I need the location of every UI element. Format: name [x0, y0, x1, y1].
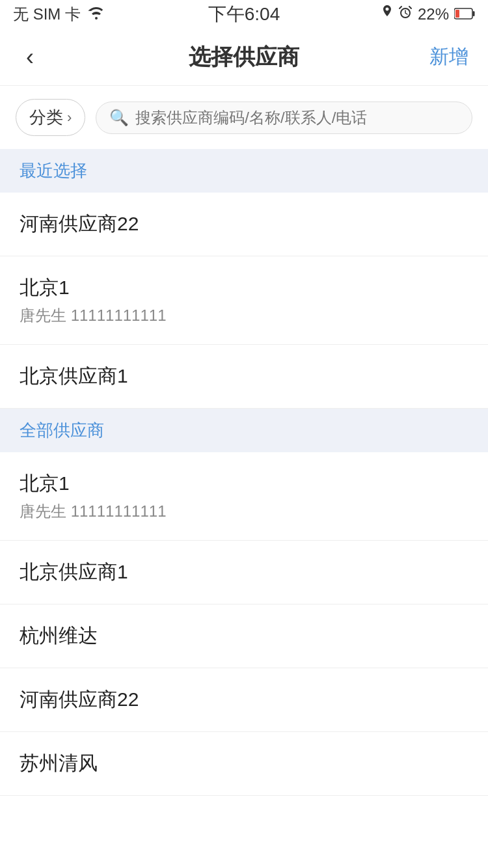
- battery-icon: [454, 5, 475, 23]
- item-name: 河南供应商22: [20, 686, 468, 713]
- recent-section-label: 最近选择: [20, 161, 87, 180]
- nav-bar: ‹ 选择供应商 新增: [0, 29, 488, 86]
- list-item[interactable]: 北京供应商1: [0, 345, 488, 409]
- all-items-list: 北京1 唐先生 11111111111 北京供应商1 杭州维达 河南供应商22 …: [0, 452, 488, 796]
- list-item[interactable]: 北京1 唐先生 11111111111: [0, 256, 488, 345]
- item-name: 河南供应商22: [20, 211, 468, 237]
- back-button[interactable]: ‹: [20, 37, 40, 77]
- category-filter-button[interactable]: 分类 ›: [16, 99, 85, 136]
- recent-items-list: 河南供应商22 北京1 唐先生 11111111111 北京供应商1: [0, 193, 488, 409]
- svg-rect-3: [455, 10, 459, 18]
- status-time: 下午6:04: [208, 2, 280, 27]
- svg-rect-2: [473, 11, 475, 16]
- item-name: 北京供应商1: [20, 363, 468, 390]
- recent-section-header: 最近选择: [0, 149, 488, 193]
- list-item[interactable]: 河南供应商22: [0, 193, 488, 256]
- status-bar: 无 SIM 卡 下午6:04 22%: [0, 0, 488, 29]
- search-icon: 🔍: [109, 109, 129, 127]
- item-sub: 唐先生 11111111111: [20, 501, 468, 522]
- item-name: 北京供应商1: [20, 559, 468, 586]
- all-section-label: 全部供应商: [20, 420, 104, 440]
- item-sub: 唐先生 11111111111: [20, 305, 468, 326]
- search-input[interactable]: [135, 109, 459, 127]
- list-item[interactable]: 苏州清风: [0, 732, 488, 796]
- item-name: 北京1: [20, 470, 468, 497]
- category-label: 分类: [29, 106, 63, 129]
- status-right: 22%: [381, 5, 475, 23]
- alarm-icon: [398, 5, 413, 23]
- page-title: 选择供应商: [189, 42, 299, 72]
- all-section-header: 全部供应商: [0, 409, 488, 452]
- list-item[interactable]: 北京1 唐先生 11111111111: [0, 452, 488, 541]
- location-icon: [381, 5, 393, 23]
- list-item[interactable]: 河南供应商22: [0, 668, 488, 732]
- filter-bar: 分类 › 🔍: [0, 86, 488, 149]
- carrier-text: 无 SIM 卡: [13, 4, 81, 25]
- search-box: 🔍: [96, 102, 472, 134]
- status-left: 无 SIM 卡: [13, 4, 105, 25]
- list-item[interactable]: 北京供应商1: [0, 541, 488, 604]
- chevron-right-icon: ›: [67, 109, 72, 126]
- wifi-icon: [87, 5, 105, 23]
- add-button[interactable]: 新增: [429, 44, 468, 70]
- item-name: 杭州维达: [20, 623, 468, 649]
- item-name: 北京1: [20, 275, 468, 301]
- battery-text: 22%: [418, 5, 449, 23]
- list-item[interactable]: 杭州维达: [0, 604, 488, 668]
- item-name: 苏州清风: [20, 750, 468, 777]
